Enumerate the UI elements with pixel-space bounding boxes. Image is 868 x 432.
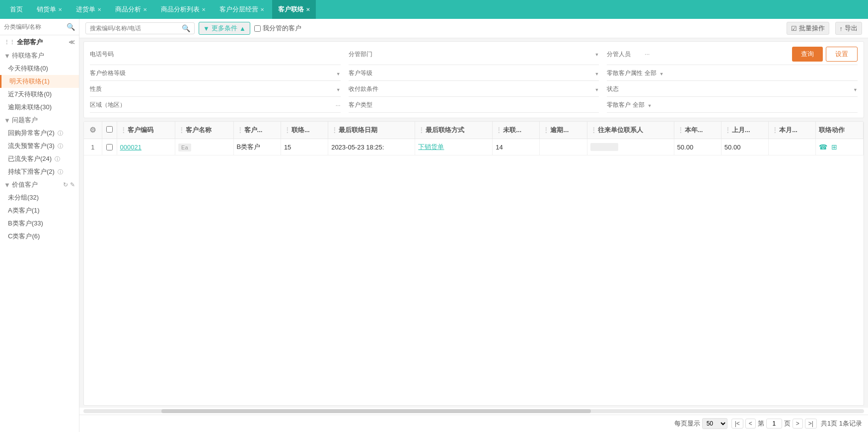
filter-status-input[interactable] [645, 86, 851, 93]
sidebar-item-week[interactable]: 近7天待联络(0) [0, 88, 79, 101]
sidebar-item-abnormal[interactable]: 回购异常客户(2) ⓘ [0, 127, 79, 140]
filter-region-dots[interactable]: ··· [336, 102, 341, 109]
query-button[interactable]: 查询 [792, 47, 823, 62]
value-edit-icon[interactable]: ✎ [70, 181, 75, 188]
pager-last[interactable]: >| [805, 419, 817, 429]
nav-item-analysis-list[interactable]: 商品分析列表 ✕ [155, 0, 212, 19]
nav-close-analysis[interactable]: ✕ [143, 7, 147, 12]
sidebar-group-pending[interactable]: ▼ 待联络客户 [0, 49, 79, 62]
sidebar-item-ungrouped[interactable]: 未分组(32) [0, 191, 79, 204]
settings-icon[interactable]: ⚙ [89, 126, 96, 134]
sort-this-year-icon[interactable] [677, 126, 685, 134]
nav-close-customer-contact[interactable]: ✕ [306, 7, 310, 12]
collapse-all-icon[interactable]: ≪ [69, 39, 75, 46]
last-method-link[interactable]: 下销货单 [418, 143, 444, 150]
sidebar-item-today[interactable]: 今天待联络(0) [0, 62, 79, 75]
set-button[interactable]: 设置 [826, 47, 858, 62]
sidebar-item-a-class[interactable]: A类客户(1) [0, 204, 79, 217]
row-select-checkbox[interactable] [106, 144, 113, 150]
export-button[interactable]: ↑ 导出 [835, 22, 863, 35]
sort-last-date-icon[interactable] [331, 126, 339, 134]
nav-close-sales[interactable]: ✕ [58, 7, 62, 12]
sidebar-item-c-class[interactable]: C类客户(6) [0, 230, 79, 243]
sidebar-item-lapse-warning[interactable]: 流失预警客户(3) ⓘ [0, 140, 79, 152]
top-navigation: 首页 销货单 ✕ 进货单 ✕ 商品分析 ✕ 商品分析列表 ✕ 客户分层经营 ✕ … [0, 0, 868, 19]
filter-dept-select[interactable] [386, 51, 599, 58]
filter-payment-select[interactable] [386, 86, 599, 93]
filter-dept-input[interactable] [386, 51, 593, 58]
sidebar-all-customers[interactable]: ⋮⋮ 全部客户 ≪ [0, 35, 79, 49]
nav-item-analysis[interactable]: 商品分析 ✕ [109, 0, 153, 19]
action-grid-icon[interactable]: ⊞ [831, 143, 837, 151]
sidebar-search-input[interactable] [4, 23, 65, 30]
sidebar-item-tomorrow[interactable]: 明天待联络(1) [0, 75, 79, 88]
scrollbar-thumb[interactable] [161, 409, 591, 413]
filter-retail-select[interactable] [648, 102, 858, 109]
nav-item-customer-tier[interactable]: 客户分层经营 ✕ [214, 0, 270, 19]
sort-last-method-icon[interactable] [418, 126, 426, 134]
nav-item-purchase[interactable]: 进货单 ✕ [70, 0, 107, 19]
my-customers-checkbox-label[interactable]: 我分管的客户 [254, 24, 301, 33]
filter-retail-attr-select[interactable] [659, 70, 858, 77]
sort-contact-count-icon[interactable] [284, 126, 291, 134]
customer-name-cell[interactable]: Ea [178, 144, 191, 151]
horizontal-scrollbar[interactable] [83, 409, 864, 413]
filter-customer-type-input[interactable] [386, 102, 599, 109]
row-actions: ☎ ⊞ [816, 139, 864, 155]
sidebar-group-problem[interactable]: ▼ 问题客户 [0, 114, 79, 127]
sort-name-icon[interactable] [178, 126, 186, 134]
select-all-checkbox[interactable] [106, 126, 113, 133]
main-search-input[interactable] [90, 25, 182, 32]
nav-close-purchase[interactable]: ✕ [97, 7, 101, 12]
filter-phone-input[interactable] [128, 51, 341, 58]
filter-customer-level-row: 客户等级 [349, 69, 599, 81]
sort-last-month-icon[interactable] [724, 126, 732, 134]
filter-price-level-select[interactable] [129, 70, 341, 77]
filter-customer-level-input[interactable] [386, 70, 593, 77]
nav-item-home[interactable]: 首页 [4, 0, 29, 19]
filter-person-dots[interactable]: ··· [645, 51, 650, 58]
filter-region-input[interactable] [129, 102, 334, 109]
sidebar-group-value[interactable]: ▼ 价值客户 ↻ ✎ [0, 178, 79, 191]
page-size-select[interactable]: 10 20 50 100 [702, 418, 727, 429]
sort-contact-person-icon[interactable] [590, 126, 598, 134]
main-search-icon[interactable]: 🔍 [182, 24, 190, 32]
nav-item-sales[interactable]: 销货单 ✕ [31, 0, 68, 19]
pager-first[interactable]: |< [731, 419, 743, 429]
filter-nature-input[interactable] [128, 86, 334, 93]
batch-checkbox-icon: ☑ [791, 25, 797, 32]
col-checkbox[interactable] [102, 122, 117, 139]
all-customers-label: 全部客户 [17, 38, 43, 47]
filter-price-level-input[interactable] [129, 70, 334, 77]
filter-nature-select[interactable] [128, 86, 341, 93]
my-customers-checkbox[interactable] [254, 25, 261, 32]
nav-item-customer-contact[interactable]: 客户联络 ✕ [272, 0, 316, 19]
nav-close-customer-tier[interactable]: ✕ [260, 7, 264, 12]
action-phone-icon[interactable]: ☎ [819, 143, 827, 151]
sidebar-item-declining[interactable]: 持续下滑客户(2) ⓘ [0, 165, 79, 178]
filter-payment-input[interactable] [386, 86, 593, 93]
row-last-month: 50.00 [721, 139, 768, 155]
value-refresh-icon[interactable]: ↻ [63, 181, 68, 188]
sort-this-month-icon[interactable] [772, 126, 779, 134]
sidebar-item-overdue[interactable]: 逾期未联络(30) [0, 101, 79, 114]
sort-code-icon[interactable] [120, 126, 128, 134]
pager-next[interactable]: > [793, 419, 803, 429]
nav-close-analysis-list[interactable]: ✕ [202, 7, 206, 12]
sort-type-icon[interactable] [237, 126, 244, 134]
filter-customer-level-select[interactable] [386, 70, 599, 77]
batch-operation-button[interactable]: ☑ 批量操作 [787, 22, 829, 35]
filter-region-select[interactable]: ··· [129, 102, 341, 109]
pager-page-input[interactable] [766, 419, 782, 429]
more-filter-button[interactable]: ▼ 更多条件 ▲ [199, 22, 250, 35]
sidebar-search-icon[interactable]: 🔍 [67, 23, 75, 31]
sidebar-item-b-class[interactable]: B类客户(33) [0, 217, 79, 230]
sidebar-item-lapsed[interactable]: 已流失客户(24) ⓘ [0, 152, 79, 165]
sort-uncontacted-icon[interactable] [496, 126, 503, 134]
pager-prev[interactable]: < [745, 419, 756, 429]
row-checkbox[interactable] [102, 139, 117, 155]
sort-overdue-icon[interactable] [543, 126, 550, 134]
col-settings[interactable]: ⚙ [84, 122, 102, 139]
customer-code-link[interactable]: 000021 [120, 144, 142, 151]
filter-status-select[interactable] [645, 86, 858, 93]
